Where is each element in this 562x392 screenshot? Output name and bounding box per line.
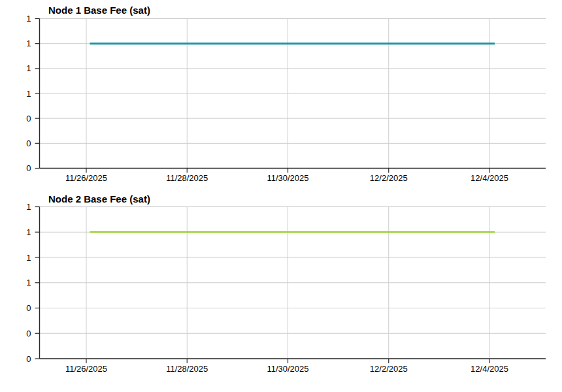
- y-tick-label: 1: [26, 14, 31, 24]
- x-tick-label: 12/4/2025: [471, 364, 508, 374]
- y-tick-label: 1: [26, 278, 31, 287]
- y-tick-label: 1: [26, 89, 31, 99]
- y-tick-label: 1: [26, 63, 31, 73]
- x-tick-label: 12/4/2025: [471, 173, 508, 183]
- y-tick-label: 1: [26, 227, 31, 237]
- x-tick-label: 12/2/2025: [370, 173, 408, 183]
- y-tick-label: 0: [26, 354, 31, 364]
- x-tick-label: 11/28/2025: [166, 364, 208, 374]
- y-tick-label: 1: [26, 202, 31, 212]
- charts-canvas: 111100011/26/202511/28/202511/30/202512/…: [0, 0, 562, 392]
- y-tick-label: 0: [26, 329, 31, 338]
- x-tick-label: 12/2/2025: [370, 364, 408, 374]
- y-tick-label: 0: [26, 114, 31, 123]
- x-tick-label: 11/30/2025: [267, 173, 308, 183]
- y-tick-label: 1: [26, 253, 31, 263]
- y-tick-label: 0: [26, 303, 31, 313]
- y-tick-label: 1: [26, 39, 31, 48]
- x-tick-label: 11/26/2025: [65, 173, 107, 183]
- x-tick-label: 11/26/2025: [65, 364, 107, 374]
- x-tick-label: 11/30/2025: [267, 364, 308, 374]
- y-tick-label: 0: [26, 139, 31, 148]
- x-tick-label: 11/28/2025: [166, 173, 208, 183]
- y-tick-label: 0: [26, 163, 31, 173]
